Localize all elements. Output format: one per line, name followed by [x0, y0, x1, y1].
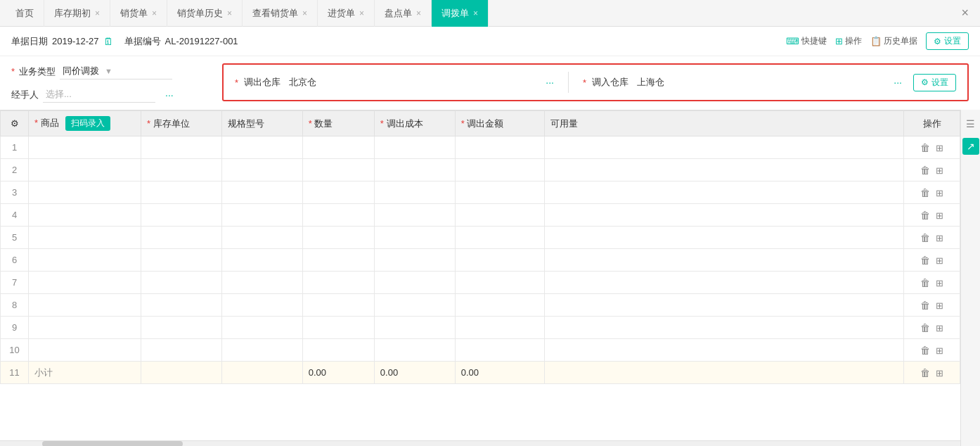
tab-transfer-close[interactable]: ×: [473, 8, 478, 18]
cell-product[interactable]: [29, 159, 141, 181]
cell-qty[interactable]: [302, 272, 374, 294]
delete-icon[interactable]: 🗑: [920, 255, 930, 266]
cell-amount[interactable]: [455, 249, 545, 272]
operations-button[interactable]: ⊞ 操作: [835, 35, 862, 47]
scan-button[interactable]: 扫码录入: [65, 116, 110, 131]
cell-qty[interactable]: [302, 159, 374, 181]
tab-home[interactable]: 首页: [6, 0, 44, 27]
cell-spec[interactable]: [221, 204, 302, 227]
delete-icon[interactable]: 🗑: [920, 322, 930, 333]
cell-available[interactable]: [545, 136, 904, 159]
tab-sales-order[interactable]: 销货单 ×: [110, 0, 167, 27]
cell-product[interactable]: [29, 181, 141, 204]
delete-icon[interactable]: 🗑: [920, 300, 930, 311]
settings-button[interactable]: ⚙ 设置: [926, 32, 969, 50]
delete-icon[interactable]: 🗑: [920, 210, 930, 221]
cell-amount[interactable]: [455, 227, 545, 249]
tab-purchase-close[interactable]: ×: [359, 8, 364, 18]
tab-sales-order-close[interactable]: ×: [152, 8, 157, 18]
cell-qty[interactable]: [302, 294, 374, 317]
cell-unit[interactable]: [141, 204, 221, 227]
copy-icon[interactable]: ⊞: [936, 345, 943, 356]
tab-purchase[interactable]: 进货单 ×: [318, 0, 375, 27]
history-button[interactable]: 📋 历史单据: [870, 35, 917, 47]
copy-icon[interactable]: ⊞: [936, 323, 943, 333]
cell-product[interactable]: [29, 294, 141, 317]
cell-cost[interactable]: [374, 159, 455, 181]
cell-spec[interactable]: [221, 294, 302, 317]
cell-amount[interactable]: [455, 159, 545, 181]
cell-product[interactable]: [29, 249, 141, 272]
cell-amount[interactable]: [455, 317, 545, 339]
close-all-button[interactable]: ×: [955, 3, 974, 23]
delete-icon[interactable]: 🗑: [920, 277, 930, 288]
cell-spec[interactable]: [221, 227, 302, 249]
cell-unit[interactable]: [141, 181, 221, 204]
cell-product[interactable]: [29, 227, 141, 249]
biz-type-input[interactable]: 同价调拨 ▼: [60, 63, 172, 79]
cell-unit[interactable]: [141, 227, 221, 249]
copy-icon[interactable]: ⊞: [936, 165, 943, 176]
copy-icon[interactable]: ⊞: [936, 368, 943, 378]
delete-icon[interactable]: 🗑: [920, 187, 930, 198]
tab-sales-history-close[interactable]: ×: [227, 8, 232, 18]
cell-qty[interactable]: [302, 249, 374, 272]
tab-inventory-init-close[interactable]: ×: [95, 8, 100, 18]
cell-cost[interactable]: [374, 272, 455, 294]
copy-icon[interactable]: ⊞: [936, 300, 943, 311]
cell-amount[interactable]: [455, 294, 545, 317]
cell-available[interactable]: [545, 249, 904, 272]
delete-icon[interactable]: 🗑: [920, 232, 930, 243]
copy-icon[interactable]: ⊞: [936, 233, 943, 243]
horizontal-scrollbar[interactable]: [0, 440, 960, 446]
copy-icon[interactable]: ⊞: [936, 210, 943, 221]
copy-icon[interactable]: ⊞: [936, 278, 943, 288]
cell-product[interactable]: [29, 317, 141, 339]
cell-amount[interactable]: [455, 272, 545, 294]
cell-qty[interactable]: [302, 136, 374, 159]
warehouse-settings-button[interactable]: ⚙ 设置: [913, 74, 956, 91]
cell-cost[interactable]: [374, 181, 455, 204]
cell-available[interactable]: [545, 339, 904, 362]
cell-unit[interactable]: [141, 339, 221, 362]
cell-cost[interactable]: [374, 227, 455, 249]
copy-icon[interactable]: ⊞: [936, 188, 943, 198]
th-gear[interactable]: ⚙: [1, 111, 29, 136]
cell-spec[interactable]: [221, 317, 302, 339]
cell-product[interactable]: [29, 136, 141, 159]
cell-spec[interactable]: [221, 249, 302, 272]
cell-unit[interactable]: [141, 136, 221, 159]
copy-icon[interactable]: ⊞: [936, 143, 943, 153]
cell-available[interactable]: [545, 317, 904, 339]
cell-spec[interactable]: [221, 159, 302, 181]
target-warehouse-more-button[interactable]: ···: [894, 77, 902, 88]
cell-cost[interactable]: [374, 136, 455, 159]
tab-sales-history[interactable]: 销货单历史 ×: [167, 0, 243, 27]
cell-cost[interactable]: [374, 294, 455, 317]
cell-available[interactable]: [545, 159, 904, 181]
handler-input[interactable]: 选择...: [43, 87, 155, 103]
cell-cost[interactable]: [374, 339, 455, 362]
cell-spec[interactable]: [221, 181, 302, 204]
cell-amount[interactable]: [455, 181, 545, 204]
source-warehouse-value[interactable]: 北京仓: [289, 76, 316, 89]
cell-cost[interactable]: [374, 204, 455, 227]
cell-qty[interactable]: [302, 204, 374, 227]
copy-icon[interactable]: ⊞: [936, 255, 943, 266]
tab-inventory[interactable]: 盘点单 ×: [375, 0, 432, 27]
cell-qty[interactable]: [302, 339, 374, 362]
cell-amount[interactable]: [455, 204, 545, 227]
cell-unit[interactable]: [141, 294, 221, 317]
cell-spec[interactable]: [221, 272, 302, 294]
cell-qty[interactable]: [302, 181, 374, 204]
cell-amount[interactable]: [455, 136, 545, 159]
delete-icon[interactable]: 🗑: [920, 142, 930, 153]
shortcuts-button[interactable]: ⌨ 快捷键: [786, 35, 827, 47]
cell-available[interactable]: [545, 204, 904, 227]
cell-available[interactable]: [545, 272, 904, 294]
tab-view-sales-close[interactable]: ×: [302, 8, 307, 18]
cell-qty[interactable]: [302, 227, 374, 249]
sidebar-list-icon[interactable]: ☰: [962, 115, 979, 132]
cell-unit[interactable]: [141, 272, 221, 294]
target-warehouse-value[interactable]: 上海仓: [637, 76, 664, 89]
